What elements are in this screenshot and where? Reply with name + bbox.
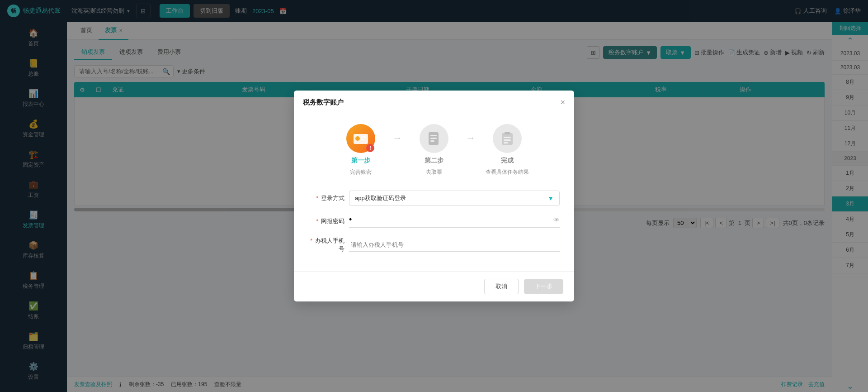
required-star: * <box>316 218 318 225</box>
document-icon <box>426 130 442 147</box>
step-3-label: 完成 <box>501 157 514 165</box>
svg-point-1 <box>355 136 360 141</box>
password-control: 👁 <box>349 215 560 228</box>
step-2-icon-circle <box>420 124 448 153</box>
clipboard-icon <box>499 130 515 147</box>
select-chevron-icon: ▼ <box>547 195 554 202</box>
step-1-desc: 完善账密 <box>350 168 372 176</box>
phone-field: * 办税人手机号 <box>308 237 560 253</box>
login-method-label-text: 登录方式 <box>321 195 344 201</box>
required-star: * <box>316 195 318 201</box>
password-input[interactable] <box>349 215 553 225</box>
step-1-label: 第一步 <box>351 157 370 165</box>
step-2-label: 第二步 <box>425 157 443 165</box>
next-step-button[interactable]: 下一步 <box>524 279 563 294</box>
step-2-desc: 去取票 <box>426 168 442 176</box>
step-3-icon-wrap <box>493 124 522 153</box>
step-3-desc: 查看具体任务结果 <box>486 168 529 176</box>
password-label-text: 网报密码 <box>321 218 344 225</box>
svg-rect-12 <box>504 142 508 143</box>
svg-rect-2 <box>361 136 366 138</box>
password-input-wrap: 👁 <box>349 215 560 228</box>
dialog-close-button[interactable]: × <box>560 98 565 107</box>
login-method-label: * 登录方式 <box>308 194 349 202</box>
step-1: ! 第一步 完善账密 <box>329 124 392 176</box>
phone-control <box>349 238 560 252</box>
step-1-badge: ! <box>366 144 374 152</box>
step-3-icon-circle <box>493 124 522 153</box>
dialog-title: 税务数字账户 <box>303 98 344 107</box>
phone-label-text: 办税人手机号 <box>315 237 344 252</box>
dialog-overlay: 税务数字账户 × <box>0 0 868 392</box>
tax-digital-dialog: 税务数字账户 × <box>294 91 574 301</box>
step-arrow-1: → <box>392 132 402 144</box>
svg-rect-3 <box>361 139 364 140</box>
svg-rect-5 <box>430 135 437 136</box>
dialog-header: 税务数字账户 × <box>294 91 574 113</box>
steps-container: ! 第一步 完善账密 → <box>308 124 560 176</box>
svg-rect-6 <box>430 138 437 139</box>
login-method-field: * 登录方式 app获取验证码登录 ▼ <box>308 191 560 206</box>
phone-input[interactable] <box>349 238 560 252</box>
step-1-icon-wrap: ! <box>346 124 375 153</box>
svg-rect-11 <box>504 139 511 141</box>
eye-icon[interactable]: 👁 <box>553 216 560 224</box>
svg-rect-7 <box>430 140 434 142</box>
phone-label: * 办税人手机号 <box>308 237 349 253</box>
id-card-icon <box>353 130 369 147</box>
login-method-select[interactable]: app获取验证码登录 ▼ <box>349 191 560 206</box>
dialog-footer: 取消 下一步 <box>294 271 574 301</box>
step-arrow-2: → <box>466 132 476 144</box>
step-2: 第二步 去取票 <box>402 124 466 176</box>
login-method-value: app获取验证码登录 <box>355 194 406 202</box>
svg-rect-10 <box>504 137 511 138</box>
password-label: * 网报密码 <box>308 217 349 225</box>
step-3: 完成 查看具体任务结果 <box>476 124 539 176</box>
step-2-icon-wrap <box>420 124 448 153</box>
login-method-control: app获取验证码登录 ▼ <box>349 191 560 206</box>
password-field: * 网报密码 👁 <box>308 215 560 228</box>
cancel-button[interactable]: 取消 <box>484 279 519 294</box>
svg-rect-9 <box>505 132 510 134</box>
dialog-body: ! 第一步 完善账密 → <box>294 113 574 271</box>
required-star: * <box>310 237 312 244</box>
